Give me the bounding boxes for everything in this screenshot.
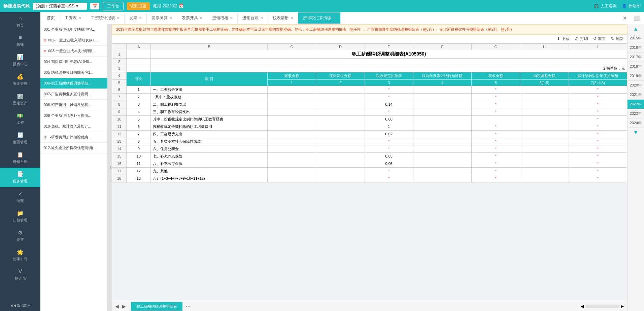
sheet-tab-payroll-adj[interactable]: 职工薪酬纳税调整明细表 bbox=[131, 302, 182, 311]
sidebar-item-newbie[interactable]: 🌟 新手引导 bbox=[0, 246, 40, 265]
file-item-011[interactable]: 011-研发费用加计扣除优惠... bbox=[40, 132, 107, 143]
cell-7f[interactable] bbox=[413, 93, 471, 101]
cell-8f[interactable] bbox=[413, 101, 471, 108]
tab-invoice-calc[interactable]: 发票测算 ✕ bbox=[147, 12, 177, 24]
cell-15f[interactable] bbox=[413, 152, 471, 160]
cell-15d[interactable] bbox=[316, 152, 365, 160]
print-button[interactable]: 🖨 打印 bbox=[575, 36, 588, 42]
cell-11d[interactable] bbox=[316, 123, 365, 130]
cell-12h[interactable] bbox=[520, 130, 569, 138]
cell-13f[interactable] bbox=[413, 138, 471, 145]
tab-income-tax[interactable]: 所得税汇算清缴 ✕ bbox=[298, 12, 341, 24]
cell-13h[interactable] bbox=[520, 138, 569, 145]
file-item-007[interactable]: 007-广告费和业务宣传费明... bbox=[40, 89, 107, 100]
tab-close-invoice-open[interactable]: ✕ bbox=[200, 16, 202, 20]
tab-home[interactable]: 首页 bbox=[42, 12, 60, 24]
panel-collapse-button[interactable]: 《 bbox=[108, 24, 112, 311]
tab-expand-button[interactable]: ⬜ bbox=[631, 14, 642, 22]
cell-16f[interactable] bbox=[413, 160, 471, 167]
cell-10g[interactable] bbox=[472, 115, 520, 123]
sidebar-item-settings[interactable]: ⚙ 设置 bbox=[0, 226, 40, 246]
sidebar-item-asset[interactable]: 💰 资金管理 bbox=[0, 70, 40, 90]
period-calendar-icon[interactable]: 📅 bbox=[179, 4, 184, 8]
tab-close-income-tax[interactable]: ✕ bbox=[333, 16, 336, 20]
year-down-button[interactable]: ▼ bbox=[628, 128, 644, 137]
reset-button[interactable]: ↺ 重置 bbox=[593, 36, 606, 42]
tab-tax-clearance[interactable]: 税表清册 ✕ bbox=[268, 12, 298, 24]
cell-13c[interactable] bbox=[267, 138, 316, 145]
scroll-right-button[interactable]: ▶ bbox=[121, 304, 128, 309]
file-item-001[interactable]: 001-企业所得税年度纳税申报... bbox=[40, 24, 107, 35]
cell-7h[interactable] bbox=[520, 93, 569, 101]
cell-12c[interactable] bbox=[267, 130, 316, 138]
tab-close-invoice[interactable]: ✕ bbox=[139, 16, 142, 20]
cancel-fixed-btn[interactable]: ◀◀ 取消固定 bbox=[0, 301, 40, 311]
workbench-button[interactable]: 工作台 bbox=[103, 2, 124, 10]
year-item-2016[interactable]: 2016年 bbox=[628, 43, 644, 53]
cell-17h[interactable] bbox=[520, 167, 569, 175]
tab-invoice[interactable]: 发票 ✕ bbox=[125, 12, 147, 24]
cell-14c[interactable] bbox=[267, 145, 316, 152]
tab-input-ledger[interactable]: 进销台账 ✕ bbox=[238, 12, 268, 24]
sidebar-item-member[interactable]: V 畅会员 bbox=[0, 265, 40, 284]
cell-14f[interactable] bbox=[413, 145, 471, 152]
refresh-button[interactable]: ↻ 刷新 bbox=[611, 36, 624, 42]
cell-6c[interactable] bbox=[267, 86, 316, 93]
cell-11c[interactable] bbox=[267, 123, 316, 130]
cell-10f[interactable] bbox=[413, 115, 471, 123]
sidebar-item-report[interactable]: 📊 报表中心 bbox=[0, 50, 40, 70]
cell-11f[interactable] bbox=[413, 123, 471, 130]
cell-17d[interactable] bbox=[316, 167, 365, 175]
cell-9c[interactable] bbox=[267, 108, 316, 115]
cell-8d[interactable] bbox=[316, 101, 365, 108]
cell-18c[interactable] bbox=[267, 175, 316, 182]
sidebar-item-archive[interactable]: 📁 归档管理 bbox=[0, 207, 40, 226]
cell-9d[interactable] bbox=[316, 108, 365, 115]
cell-11h[interactable] bbox=[520, 123, 569, 130]
horizontal-scrollbar[interactable] bbox=[585, 305, 619, 308]
cell-14d[interactable] bbox=[316, 145, 365, 152]
scroll-bar-right-icon[interactable]: ▶ bbox=[621, 304, 624, 309]
year-item-2024[interactable]: 2024年 bbox=[628, 118, 644, 128]
cell-16c[interactable] bbox=[267, 160, 316, 167]
cell-9f[interactable] bbox=[413, 108, 471, 115]
tab-close-invoice-calc[interactable]: ✕ bbox=[169, 16, 172, 20]
file-item-002[interactable]: ⊗ 002-一般企业收入明细表(A1... bbox=[40, 35, 107, 46]
cell-10c[interactable] bbox=[267, 115, 316, 123]
user-profile[interactable]: 👤 徐淫华 bbox=[622, 3, 641, 9]
sidebar-item-ledger[interactable]: ≡ 总账 bbox=[0, 31, 40, 50]
cell-6h[interactable] bbox=[520, 86, 569, 93]
file-item-010[interactable]: 010-免税、减计收入及加计... bbox=[40, 121, 107, 132]
sidebar-item-home[interactable]: ⌂ 首页 bbox=[0, 12, 40, 31]
tab-pin-button[interactable]: ✕ bbox=[620, 14, 630, 22]
sidebar-item-tax[interactable]: 📑 税务管理 bbox=[0, 168, 40, 187]
year-item-2020[interactable]: 2020年 bbox=[628, 81, 644, 90]
year-item-2017[interactable]: 2017年 bbox=[628, 53, 644, 62]
year-item-2018[interactable]: 2018年 bbox=[628, 62, 644, 71]
tab-payroll-stat[interactable]: 工资统计报表 ✕ bbox=[86, 12, 125, 24]
cell-15h[interactable] bbox=[520, 152, 569, 160]
cell-9h[interactable] bbox=[520, 108, 569, 115]
year-item-2015[interactable]: 2015年 bbox=[628, 34, 644, 43]
scroll-left-button[interactable]: ◀ bbox=[113, 304, 121, 309]
tab-payroll[interactable]: 工资表 ✕ bbox=[60, 12, 86, 24]
download-button[interactable]: ⬇ 下载 bbox=[557, 36, 570, 42]
file-item-006[interactable]: 006-职工薪酬纳税调整明细... bbox=[40, 78, 107, 89]
cell-17f[interactable] bbox=[413, 167, 471, 175]
cell-12f[interactable] bbox=[413, 130, 471, 138]
sidebar-item-invoice[interactable]: 🧾 发票管理 bbox=[0, 129, 40, 148]
year-item-2022[interactable]: 2022年 bbox=[628, 100, 644, 109]
cell-16d[interactable] bbox=[316, 160, 365, 167]
file-item-004[interactable]: 004-期间费用明细表(A1040... bbox=[40, 57, 107, 67]
cell-6d[interactable] bbox=[316, 86, 365, 93]
file-item-003[interactable]: ⊗ 003-一般企业成本支出明细... bbox=[40, 46, 107, 57]
file-item-012[interactable]: 012-减免企业所得税优惠明细(... bbox=[40, 143, 107, 153]
year-item-2023[interactable]: 2023年 bbox=[628, 109, 644, 118]
cell-7c[interactable] bbox=[267, 93, 316, 101]
year-up-button[interactable]: ▲ bbox=[628, 24, 644, 34]
spreadsheet-wrapper[interactable]: A B C D E F G H I bbox=[112, 43, 627, 301]
tab-input-check[interactable]: 进销稽核 ✕ bbox=[207, 12, 238, 24]
company-selector[interactable]: (勿删）江西睿宝-LSS ▾ bbox=[33, 3, 87, 10]
file-item-008[interactable]: 008-资产折旧、摊销及纳税... bbox=[40, 100, 107, 110]
file-item-009[interactable]: 009-企业所得税弥补亏损明... bbox=[40, 110, 107, 121]
